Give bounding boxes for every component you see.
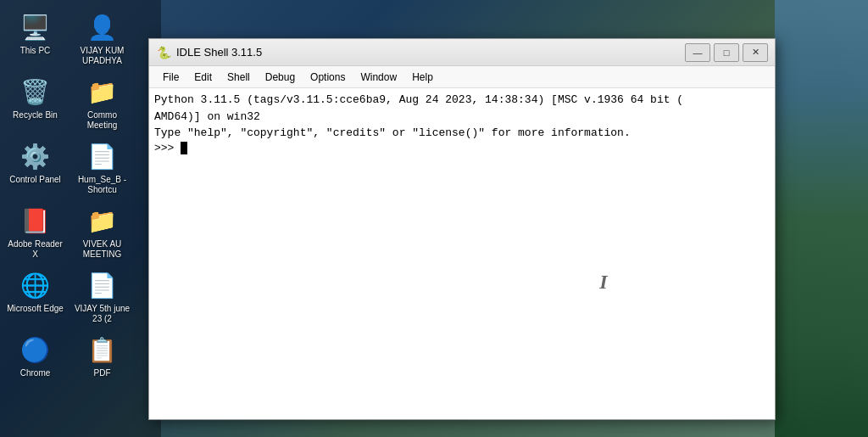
icon-row-4: 🌐 Microsoft Edge 📄 VIJAY 5th june 23 (2 bbox=[3, 265, 158, 328]
maximize-button[interactable]: □ bbox=[714, 43, 739, 62]
desktop-icon-control-panel[interactable]: ⚙️ Control Panel bbox=[3, 136, 67, 199]
menu-debug[interactable]: Debug bbox=[259, 70, 302, 85]
idle-shell-window: 🐍 IDLE Shell 3.11.5 — □ ✕ File Edit Shel… bbox=[148, 38, 776, 420]
this-pc-label: This PC bbox=[20, 46, 51, 56]
title-bar[interactable]: 🐍 IDLE Shell 3.11.5 — □ ✕ bbox=[149, 39, 775, 66]
edge-label: Microsoft Edge bbox=[7, 304, 64, 314]
chrome-label: Chrome bbox=[20, 368, 51, 378]
shell-output-line-3: Type "help", "copyright", "credits" or "… bbox=[154, 125, 770, 142]
desktop-icon-pdf[interactable]: 📋 PDF bbox=[70, 329, 134, 382]
pdf-label: PDF bbox=[94, 368, 111, 378]
desktop-icon-chrome[interactable]: 🔵 Chrome bbox=[3, 329, 67, 382]
nature-background bbox=[775, 0, 868, 437]
icon-row-2: ⚙️ Control Panel 📄 Hum_Se_B - Shortcu bbox=[3, 136, 158, 199]
desktop-icon-this-pc[interactable]: 🖥️ This PC bbox=[3, 7, 67, 70]
recycle-bin-icon: 🗑️ bbox=[19, 75, 53, 109]
desktop-icon-commo-meeting[interactable]: 📁 Commo Meeting bbox=[70, 71, 134, 134]
icon-row-0: 🖥️ This PC 👤 VIJAY KUM UPADHYA bbox=[3, 7, 158, 70]
vijay-icon: 👤 bbox=[86, 10, 120, 44]
hum-se-label: Hum_Se_B - Shortcu bbox=[74, 175, 131, 195]
this-pc-icon: 🖥️ bbox=[19, 10, 53, 44]
pdf-icon: 📋 bbox=[86, 333, 120, 367]
menu-options[interactable]: Options bbox=[303, 70, 352, 85]
menu-bar: File Edit Shell Debug Options Window Hel… bbox=[149, 66, 775, 88]
desktop-icon-hum-se[interactable]: 📄 Hum_Se_B - Shortcu bbox=[70, 136, 134, 199]
desktop-icon-vivek[interactable]: 📁 VIVEK AU MEETING bbox=[70, 200, 134, 263]
control-panel-label: Control Panel bbox=[9, 175, 61, 185]
vivek-label: VIVEK AU MEETING bbox=[74, 239, 131, 260]
shell-output-line-2: AMD64)] on win32 bbox=[154, 109, 770, 126]
icon-row-5: 🔵 Chrome 📋 PDF bbox=[3, 329, 158, 382]
vijay5th-label: VIJAY 5th june 23 (2 bbox=[74, 304, 131, 324]
window-controls: — □ ✕ bbox=[685, 43, 768, 62]
commo-meeting-icon: 📁 bbox=[86, 75, 120, 109]
chrome-icon: 🔵 bbox=[19, 333, 53, 367]
window-title: IDLE Shell 3.11.5 bbox=[176, 46, 685, 59]
menu-file[interactable]: File bbox=[156, 70, 186, 85]
menu-window[interactable]: Window bbox=[353, 70, 403, 85]
desktop-icons-area: 🖥️ This PC 👤 VIJAY KUM UPADHYA 🗑️ Recycl… bbox=[0, 0, 161, 437]
shell-prompt: >>> bbox=[154, 142, 181, 154]
shell-output-line-1: Python 3.11.5 (tags/v3.11.5:cce6ba9, Aug… bbox=[154, 92, 770, 109]
desktop-icon-recycle-bin[interactable]: 🗑️ Recycle Bin bbox=[3, 71, 67, 134]
close-button[interactable]: ✕ bbox=[743, 43, 768, 62]
commo-meeting-label: Commo Meeting bbox=[74, 110, 131, 131]
text-cursor-indicator: I bbox=[599, 271, 607, 294]
menu-help[interactable]: Help bbox=[405, 70, 440, 85]
window-icon: 🐍 bbox=[156, 45, 171, 60]
vivek-icon: 📁 bbox=[86, 204, 120, 238]
edge-icon: 🌐 bbox=[19, 268, 53, 302]
icon-row-3: 📕 Adobe Reader X 📁 VIVEK AU MEETING bbox=[3, 200, 158, 263]
icon-row-1: 🗑️ Recycle Bin 📁 Commo Meeting bbox=[3, 71, 158, 134]
adobe-icon: 📕 bbox=[19, 204, 53, 238]
desktop-icon-vijay5th[interactable]: 📄 VIJAY 5th june 23 (2 bbox=[70, 265, 134, 328]
recycle-bin-label: Recycle Bin bbox=[13, 110, 58, 120]
desktop-icon-vijay[interactable]: 👤 VIJAY KUM UPADHYA bbox=[70, 7, 134, 70]
vijay5th-icon: 📄 bbox=[86, 268, 120, 302]
hum-se-icon: 📄 bbox=[86, 139, 120, 173]
desktop: 🖥️ This PC 👤 VIJAY KUM UPADHYA 🗑️ Recycl… bbox=[0, 0, 868, 437]
vijay-label: VIJAY KUM UPADHYA bbox=[74, 46, 131, 66]
menu-shell[interactable]: Shell bbox=[220, 70, 257, 85]
shell-content-area[interactable]: Python 3.11.5 (tags/v3.11.5:cce6ba9, Aug… bbox=[149, 88, 775, 419]
desktop-icon-adobe[interactable]: 📕 Adobe Reader X bbox=[3, 200, 67, 263]
control-panel-icon: ⚙️ bbox=[19, 139, 53, 173]
minimize-button[interactable]: — bbox=[685, 43, 710, 62]
desktop-icon-edge[interactable]: 🌐 Microsoft Edge bbox=[3, 265, 67, 328]
menu-edit[interactable]: Edit bbox=[187, 70, 219, 85]
adobe-label: Adobe Reader X bbox=[7, 239, 64, 260]
shell-cursor bbox=[181, 142, 187, 154]
shell-prompt-line[interactable]: >>> bbox=[154, 142, 770, 154]
